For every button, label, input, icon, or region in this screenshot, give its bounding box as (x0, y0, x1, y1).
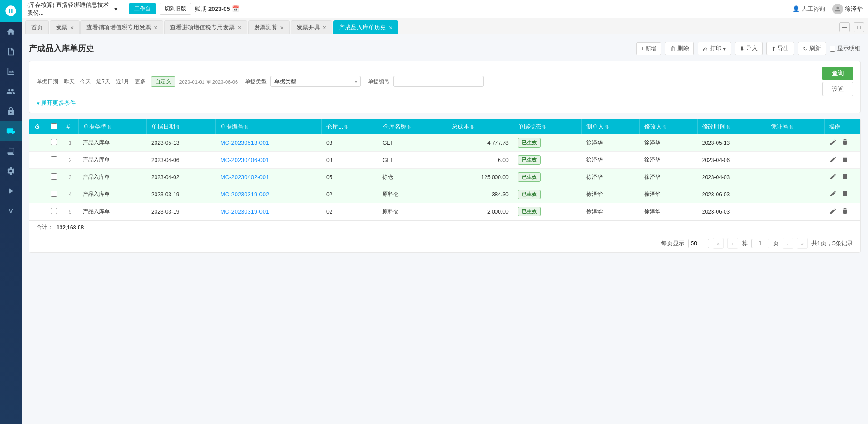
td-checkbox-3[interactable] (46, 186, 62, 203)
th-status[interactable]: 单据状态 ⇅ (513, 119, 582, 134)
number-link-1[interactable]: MC-20230406-001 (220, 157, 269, 163)
number-link-0[interactable]: MC-20230513-001 (220, 139, 269, 146)
sidebar-item-home[interactable] (0, 22, 22, 42)
date-today[interactable]: 今天 (78, 77, 93, 86)
filter-expand[interactable]: ▾ 展开更多条件 (37, 99, 853, 107)
th-creator[interactable]: 制单人 ⇅ (582, 119, 640, 134)
th-settings[interactable]: ⚙ (29, 119, 46, 134)
company-selector[interactable]: (库存核算) 直播轻绑通信息技术股份... ▾ (27, 1, 118, 17)
tab-sales-vat-close[interactable]: × (154, 24, 157, 31)
type-select[interactable]: 单据类型 产品入库单 (270, 76, 361, 87)
tab-product-in-close[interactable]: × (389, 24, 392, 31)
workbench-button[interactable]: 工作台 (129, 3, 156, 14)
td-number-4[interactable]: MC-20230319-001 (216, 203, 322, 220)
edit-button-3[interactable] (829, 189, 838, 200)
prev-page-button[interactable]: ‹ (727, 238, 738, 249)
number-link-2[interactable]: MC-20230402-001 (220, 174, 269, 181)
th-modifier[interactable]: 修改人 ⇅ (640, 119, 698, 134)
delete-button[interactable]: 🗑 删除 (665, 42, 694, 55)
edit-button-4[interactable] (829, 206, 838, 217)
tab-invoice-calc[interactable]: 发票测算 × (248, 20, 290, 34)
tab-purchase-vat[interactable]: 查看进项增值税专用发票 × (164, 20, 247, 34)
delete-button-4[interactable] (840, 206, 849, 217)
row-checkbox-2[interactable] (51, 173, 57, 180)
switch-version-button[interactable]: 切到旧版 (160, 3, 191, 15)
number-link-3[interactable]: MC-20230319-002 (220, 191, 269, 198)
date-more[interactable]: 更多 (133, 77, 147, 86)
tab-invoice-calc-close[interactable]: × (280, 24, 284, 31)
date-1month[interactable]: 近1月 (114, 77, 132, 86)
toggle-detail[interactable]: 显示明细 (830, 44, 861, 52)
table-settings-icon[interactable]: ⚙ (34, 123, 40, 130)
select-all-checkbox[interactable] (51, 123, 57, 129)
sidebar-item-warehouse[interactable] (0, 121, 22, 141)
td-checkbox-1[interactable] (46, 152, 62, 169)
refresh-button[interactable]: ↻ 刷新 (798, 42, 826, 55)
edit-button-1[interactable] (829, 155, 838, 165)
th-number[interactable]: 单据编号 ⇅ (216, 119, 322, 134)
tab-maximize-button[interactable]: □ (854, 22, 864, 32)
date-yesterday[interactable]: 昨天 (62, 77, 76, 86)
page-size-select[interactable]: 50 100 200 (688, 239, 709, 248)
th-modify-time[interactable]: 修改时间 ⇅ (698, 119, 766, 134)
last-page-button[interactable]: » (797, 238, 808, 249)
first-page-button[interactable]: « (713, 238, 724, 249)
delete-button-3[interactable] (840, 189, 849, 200)
date-7days[interactable]: 近7天 (94, 77, 112, 86)
delete-button-1[interactable] (840, 155, 849, 165)
date-custom-btn[interactable]: 自定义 (151, 76, 175, 87)
sidebar-item-lock[interactable] (0, 101, 22, 121)
new-button[interactable]: + 新增 (636, 42, 661, 55)
delete-button-0[interactable] (840, 138, 849, 148)
user-menu[interactable]: 徐泽华 (832, 4, 863, 14)
tab-invoice[interactable]: 发票 × (50, 20, 80, 34)
sidebar-item-chart[interactable] (0, 62, 22, 81)
tab-purchase-vat-close[interactable]: × (237, 24, 241, 31)
edit-button-0[interactable] (829, 138, 838, 148)
th-total-cost[interactable]: 总成本 ⇅ (447, 119, 513, 134)
row-checkbox-1[interactable] (51, 156, 57, 162)
import-button[interactable]: ⬇ 导入 (735, 42, 763, 55)
number-link-4[interactable]: MC-20230319-001 (220, 208, 269, 215)
toggle-detail-checkbox[interactable] (830, 46, 835, 52)
next-page-button[interactable]: › (783, 238, 793, 249)
tab-invoice-close[interactable]: × (70, 24, 74, 31)
export-button[interactable]: ⬆ 导出 (766, 42, 794, 55)
sidebar-item-settings[interactable] (0, 161, 22, 181)
delete-button-2[interactable] (840, 172, 849, 182)
tab-minimize-button[interactable]: — (839, 22, 850, 32)
tab-home[interactable]: 首页 (25, 20, 49, 34)
td-number-0[interactable]: MC-20230513-001 (216, 134, 322, 152)
th-date[interactable]: 单据日期 ⇅ (147, 119, 216, 134)
td-number-3[interactable]: MC-20230319-002 (216, 186, 322, 203)
sidebar-item-people[interactable] (0, 81, 22, 101)
td-number-1[interactable]: MC-20230406-001 (216, 152, 322, 169)
td-checkbox-4[interactable] (46, 203, 62, 220)
th-checkbox[interactable] (46, 119, 62, 134)
setting-button[interactable]: 设置 (822, 82, 853, 96)
tab-sales-vat[interactable]: 查看销项增值税专用发票 × (80, 20, 163, 34)
number-filter-input[interactable] (393, 76, 484, 87)
support-button[interactable]: 👤 人工咨询 (793, 5, 825, 13)
row-checkbox-3[interactable] (51, 191, 57, 197)
td-number-2[interactable]: MC-20230402-001 (216, 169, 322, 186)
row-checkbox-0[interactable] (51, 139, 57, 145)
sidebar-item-version[interactable]: V (0, 201, 22, 221)
td-checkbox-2[interactable] (46, 169, 62, 186)
edit-button-2[interactable] (829, 172, 838, 182)
tab-product-in[interactable]: 产成品入库单历史 × (333, 20, 398, 34)
th-warehouse-name[interactable]: 仓库名称 ⇅ (378, 119, 447, 134)
print-button[interactable]: 🖨 打印 ▾ (698, 42, 731, 55)
sidebar-item-receipt[interactable] (0, 141, 22, 161)
sidebar-item-play[interactable] (0, 181, 22, 201)
app-logo[interactable] (0, 0, 22, 22)
calendar-icon[interactable]: 📅 (232, 5, 239, 12)
sidebar-item-docs[interactable] (0, 42, 22, 62)
tab-invoice-open-close[interactable]: × (323, 24, 326, 31)
page-number-input[interactable] (751, 239, 769, 248)
td-checkbox-0[interactable] (46, 134, 62, 152)
th-warehouse-code[interactable]: 仓库... ⇅ (322, 119, 378, 134)
query-button[interactable]: 查询 (822, 67, 853, 80)
th-voucher[interactable]: 凭证号 ⇅ (766, 119, 824, 134)
th-type[interactable]: 单据类型 ⇅ (78, 119, 147, 134)
